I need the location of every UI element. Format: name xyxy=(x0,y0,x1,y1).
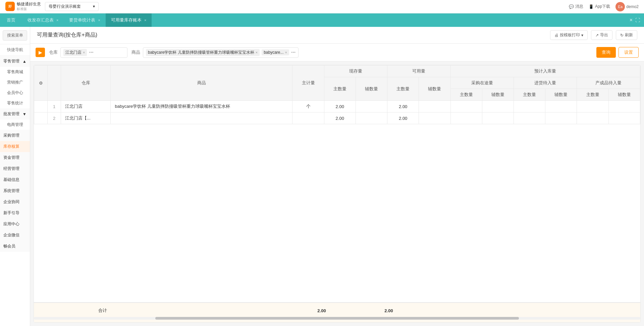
tab-available-stock-close[interactable]: × xyxy=(144,18,146,22)
sidebar-item-basic[interactable]: 基础信息 xyxy=(0,174,30,185)
export-label: 导出 xyxy=(600,32,608,38)
cell-incoming-aux xyxy=(545,112,577,124)
th-incoming-aux: 辅数量 xyxy=(545,89,577,101)
th-incoming-main: 主数量 xyxy=(514,89,545,101)
search-menu-btn[interactable]: 搜索菜单 xyxy=(3,30,27,41)
sidebar-item-member[interactable]: 畅会员 xyxy=(0,241,30,252)
product-input[interactable]: babycare学饮杯 儿童防摔防撞吸管杯重力球吸嘴杯宝宝水杯 × babyca… xyxy=(143,47,299,58)
cell-gear xyxy=(34,101,48,112)
sidebar-item-retail[interactable]: 零售管理 ▲ xyxy=(0,56,30,67)
sidebar-item-purchase[interactable]: 采购管理 xyxy=(0,130,30,141)
print-icon: 🖨 xyxy=(554,33,558,38)
product-tag-value: babycare学饮杯 儿童防摔防撞吸管杯重力球吸嘴杯宝宝水杯 xyxy=(148,50,254,55)
product-label: 商品 xyxy=(131,49,140,55)
message-btn[interactable]: 💬 消息 xyxy=(569,4,583,9)
sidebar-item-wholesale[interactable]: 批发管理 ▼ xyxy=(0,108,30,120)
th-incoming-pending: 进货待入量 xyxy=(514,77,577,89)
sidebar-item-appstore[interactable]: 应用中心 xyxy=(0,219,30,230)
product-tag2-remove[interactable]: × xyxy=(285,50,287,54)
app-download-btn[interactable]: 📱 App下载 xyxy=(589,4,610,9)
chevron-down-icon: ▼ xyxy=(22,112,26,117)
tab-home[interactable]: 首页 xyxy=(0,13,22,27)
query-btn[interactable]: 查询 xyxy=(596,47,616,58)
cell-unit xyxy=(292,112,324,124)
export-icon: ↗ xyxy=(595,33,599,38)
sidebar-item-operations-label: 经营管理 xyxy=(3,166,19,172)
sidebar-item-system[interactable]: 系统管理 xyxy=(0,185,30,196)
th-production-pending: 产成品待入量 xyxy=(577,77,640,89)
logo-area: 好 畅捷通好生意 标准版 xyxy=(5,2,41,11)
th-unit: 主计量 xyxy=(292,65,324,101)
tab-order-stats[interactable]: 要货单统计表 × xyxy=(64,13,105,27)
cell-avail-main: 2.00 xyxy=(387,112,419,124)
sidebar-item-appstore-label: 应用中心 xyxy=(3,221,19,227)
logo-main-text: 畅捷通好生意 xyxy=(17,2,41,6)
settings-icon[interactable]: ⚙ xyxy=(39,81,43,86)
cell-purchase-aux xyxy=(482,101,514,112)
top-bar-right: 💬 消息 📱 App下载 Ea demo2 xyxy=(569,2,639,11)
cell-avail-aux xyxy=(419,112,450,124)
chevron-down-icon-print: ▾ xyxy=(581,33,583,38)
sidebar-item-basic-label: 基础信息 xyxy=(3,177,19,183)
sidebar-item-finance-label: 资金管理 xyxy=(3,155,19,160)
th-row-num xyxy=(48,65,61,101)
th-current-stock: 现存量 xyxy=(324,65,387,77)
print-btn[interactable]: 🖨 按模板打印 ▾ xyxy=(550,30,588,40)
sidebar-item-wechat[interactable]: 企业微信 xyxy=(0,230,30,241)
cell-production-aux xyxy=(608,112,640,124)
tab-available-stock[interactable]: 可用量库存账本 × xyxy=(106,13,152,27)
refresh-btn[interactable]: ↻ 刷新 xyxy=(616,30,637,40)
sidebar-item-enterprise[interactable]: 企业协同 xyxy=(0,196,30,207)
sidebar-item-inventory[interactable]: 库存核算 xyxy=(0,141,30,152)
sidebar-item-purchase-label: 采购管理 xyxy=(3,133,19,138)
cell-incoming-main xyxy=(514,101,545,112)
sidebar-item-inventory-label: 库存核算 xyxy=(3,144,19,149)
warehouse-input[interactable]: 江北门店 × ··· xyxy=(60,47,127,58)
sidebar-item-retail-stats[interactable]: 零售统计 xyxy=(0,98,30,108)
top-bar-left: 好 畅捷通好生意 标准版 母婴行业演示账套 ▾ xyxy=(5,2,99,11)
close-all-btn[interactable]: × xyxy=(630,17,633,23)
warehouse-tag-remove[interactable]: × xyxy=(83,50,85,54)
tab-home-label: 首页 xyxy=(7,17,15,23)
sidebar-item-quick-nav[interactable]: 快捷导航 xyxy=(0,44,30,56)
sidebar-item-retail-shop[interactable]: 零售商城 xyxy=(0,67,30,77)
top-bar: 好 畅捷通好生意 标准版 母婴行业演示账套 ▾ 💬 消息 📱 App下载 Ea … xyxy=(0,0,644,13)
tenant-select[interactable]: 母婴行业演示账套 ▾ xyxy=(45,2,99,11)
sidebar-item-wechat-label: 企业微信 xyxy=(3,232,19,238)
chevron-up-icon: ▲ xyxy=(22,59,26,64)
sidebar-item-guide[interactable]: 新手引导 xyxy=(0,207,30,219)
product-tag-remove[interactable]: × xyxy=(256,50,258,54)
filter-toggle-btn[interactable]: ▶ xyxy=(36,48,45,57)
export-btn[interactable]: ↗ 导出 xyxy=(591,30,612,40)
warehouse-tag-value: 江北门店 xyxy=(65,50,82,55)
warehouse-label: 仓库 xyxy=(49,49,58,55)
cell-purchase-main xyxy=(450,112,482,124)
settings-btn[interactable]: 设置 xyxy=(619,47,639,58)
nav-tabs: 首页 收发存汇总表 × 要货单统计表 × 可用量库存账本 × × ⛶ xyxy=(0,13,644,27)
sidebar-item-operations[interactable]: 经营管理 xyxy=(0,163,30,174)
sidebar: 搜索菜单 快捷导航 零售管理 ▲ 零售商城 营销推广 会员中心 零售统计 批发管… xyxy=(0,27,30,326)
user-area[interactable]: Ea demo2 xyxy=(615,2,639,11)
tab-receipts[interactable]: 收发存汇总表 × xyxy=(22,13,64,27)
sidebar-item-ecommerce[interactable]: 电商管理 xyxy=(0,120,30,130)
warehouse-more-btn[interactable]: ··· xyxy=(89,49,93,55)
fullscreen-btn[interactable]: ⛶ xyxy=(635,17,640,23)
avatar: Ea xyxy=(615,2,625,11)
product-tag2: babycare... × xyxy=(262,49,289,55)
product-tag: babycare学饮杯 儿童防摔防撞吸管杯重力球吸嘴杯宝宝水杯 × xyxy=(146,49,260,56)
nav-actions: × ⛶ xyxy=(630,17,644,23)
sidebar-item-member-center[interactable]: 会员中心 xyxy=(0,88,30,98)
sidebar-item-finance[interactable]: 资金管理 xyxy=(0,152,30,163)
tab-receipts-label: 收发存汇总表 xyxy=(28,17,54,23)
tab-order-stats-close[interactable]: × xyxy=(98,18,100,22)
cell-product xyxy=(111,112,292,124)
table-area[interactable]: ⚙ 仓库 商品 主计量 现存量 可用量 预计入库量 xyxy=(34,65,640,302)
message-icon: 💬 xyxy=(569,4,574,9)
cell-avail-aux xyxy=(419,101,450,112)
sidebar-item-marketing[interactable]: 营销推广 xyxy=(0,77,30,88)
warehouse-tag: 江北门店 × xyxy=(63,49,87,56)
tab-receipts-close[interactable]: × xyxy=(56,18,58,22)
download-icon: 📱 xyxy=(589,4,594,9)
warehouse-filter-group: 仓库 江北门店 × ··· xyxy=(49,47,127,58)
product-more-btn[interactable]: ··· xyxy=(291,49,296,55)
